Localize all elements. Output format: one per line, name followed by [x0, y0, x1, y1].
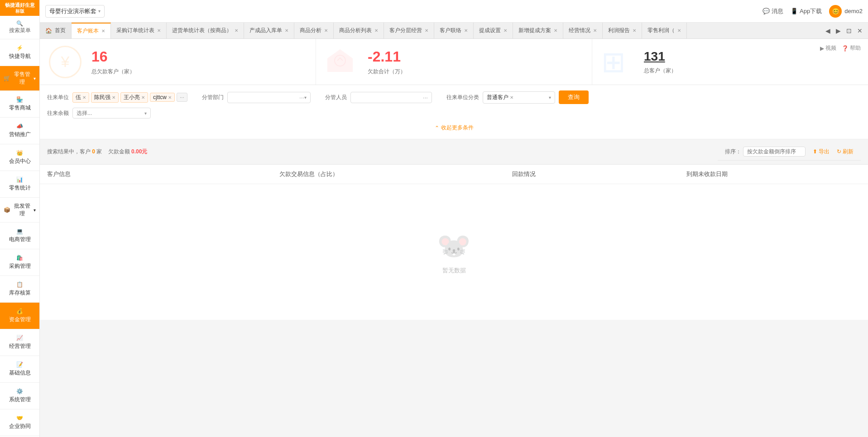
collapse-label: 收起更多条件 [441, 124, 474, 132]
basic-label: 基础信息 [9, 369, 31, 377]
unit-tags: 伍 ✕ 陈民强 ✕ 王小亮 ✕ cjttcw ✕ ··· [72, 92, 187, 103]
tab-instock-stats[interactable]: 进货单统计表（按商品） ✕ [167, 23, 244, 39]
unit-tag-3: cjttcw ✕ [150, 93, 175, 102]
balance-dropdown-icon[interactable]: ▾ [144, 111, 147, 116]
tabs-maximize-icon[interactable]: ⊡ [844, 26, 854, 35]
tab-product-instock-close[interactable]: ✕ [285, 28, 288, 33]
sidebar-item-purchase[interactable]: 🛍️ 采购管理 [0, 249, 39, 276]
enterprise-label: 企业协同 [9, 423, 31, 430]
person-more-icon[interactable]: ··· [423, 94, 428, 101]
unit-tag-0: 伍 ✕ [72, 92, 89, 103]
sidebar-item-inventory[interactable]: 📋 库存核算 [0, 276, 39, 303]
tab-customer-tier-close[interactable]: ✕ [425, 28, 428, 33]
tab-profit-report[interactable]: 利润报告 ✕ [603, 23, 642, 39]
sidebar-item-member[interactable]: 👑 会员中心 [0, 144, 39, 171]
sidebar-search[interactable]: 🔍 搜索菜单 [0, 16, 39, 39]
retail-stats-icon: 📊 [16, 176, 23, 183]
person-filter-label: 分管人员 [325, 94, 347, 101]
tab-profit-report-close[interactable]: ✕ [633, 28, 636, 33]
sidebar-item-operation[interactable]: 📈 经营管理 [0, 329, 39, 356]
table-body: 🐭 暂无数据 [40, 184, 868, 320]
balance-input[interactable] [77, 110, 144, 116]
tab-improve-settings-close[interactable]: ✕ [504, 28, 507, 33]
sidebar-item-system[interactable]: ⚙️ 系统管理 [0, 383, 39, 409]
dept-more-icon[interactable]: ··· [299, 94, 304, 101]
tab-customer-tier[interactable]: 客户分层经营 ✕ [384, 23, 434, 39]
balance-input-wrap: ▾ [72, 108, 151, 119]
username-label: demo2 [844, 8, 863, 14]
account-selector[interactable]: 母婴行业演示帐套 ▾ [45, 5, 105, 18]
tab-profit-report-label: 利润报告 [608, 27, 630, 34]
collapse-button[interactable]: ⌃ 收起更多条件 [47, 122, 861, 133]
tab-operation-status-close[interactable]: ✕ [593, 28, 597, 33]
tabs-next-icon[interactable]: ▶ [834, 26, 843, 35]
tab-purchase-order-close[interactable]: ✕ [157, 28, 161, 33]
sidebar-item-wholesale[interactable]: 📦 批发管理 ▾ [0, 198, 39, 223]
tab-product-analysis-list-close[interactable]: ✕ [374, 28, 378, 33]
dept-dropdown-icon[interactable]: ▾ [304, 95, 307, 100]
refresh-icon: ↻ [837, 148, 841, 155]
video-label: 视频 [825, 44, 836, 52]
sidebar-item-retail[interactable]: 🛒 零售管理 ▾ [0, 66, 39, 91]
sort-select[interactable]: 按欠款金额倒序排序 [743, 147, 806, 157]
unit-tag-0-close[interactable]: ✕ [82, 95, 86, 100]
tabs-prev-icon[interactable]: ◀ [824, 26, 832, 35]
unit-tags-more[interactable]: ··· [177, 93, 187, 102]
sidebar-item-quicknav[interactable]: ⚡ 快捷导航 [0, 39, 39, 66]
unit-type-tag-close[interactable]: ✕ [510, 95, 513, 100]
query-button[interactable]: 查询 [559, 90, 589, 104]
tab-improve-settings[interactable]: 提成设置 ✕ [474, 23, 513, 39]
export-button[interactable]: ⬆ 导出 [813, 148, 830, 156]
tab-customer-contact[interactable]: 客户联络 ✕ [434, 23, 474, 39]
tab-customer-account[interactable]: 客户账本 ✕ [72, 23, 111, 39]
tab-product-analysis-list[interactable]: 商品分析列表 ✕ [334, 23, 384, 39]
message-button[interactable]: 💬 消息 [762, 7, 783, 15]
help-link[interactable]: ❓ 帮助 [842, 44, 861, 52]
stat1-label: 总欠款客户（家） [91, 68, 305, 76]
tab-retail-profit-close[interactable]: ✕ [677, 28, 681, 33]
tab-retail-profit[interactable]: 零售利润（ ✕ [642, 23, 687, 39]
user-menu[interactable]: 😊 demo2 [829, 5, 863, 18]
tab-product-analysis[interactable]: 商品分析 ✕ [294, 23, 334, 39]
tab-new-improve[interactable]: 新增提成方案 ✕ [513, 23, 563, 39]
main-area: 母婴行业演示帐套 ▾ 💬 消息 📱 App下载 😊 demo2 🏠 [40, 0, 868, 437]
sidebar-item-finance[interactable]: 💰 资金管理 [0, 303, 39, 329]
video-link[interactable]: ▶ 视频 [820, 44, 836, 52]
help-label: 帮助 [850, 44, 861, 52]
sidebar-item-retail-stats[interactable]: 📊 零售统计 [0, 171, 39, 198]
tab-operation-status[interactable]: 经营情况 ✕ [563, 23, 603, 39]
finance-label: 资金管理 [9, 316, 31, 323]
sidebar-item-ecommerce[interactable]: 💻 电商管理 [0, 223, 39, 249]
tab-product-instock[interactable]: 产成品入库单 ✕ [244, 23, 294, 39]
unit-tag-2-close[interactable]: ✕ [141, 95, 145, 100]
app-download-button[interactable]: 📱 App下载 [791, 7, 822, 15]
tab-product-analysis-close[interactable]: ✕ [324, 28, 328, 33]
unit-tag-3-close[interactable]: ✕ [168, 95, 172, 100]
table-wrap: 客户信息 欠款交易信息（占比） 回款情况 到期未收款日期 🐭 暂无数据 [40, 165, 868, 320]
sidebar-item-retail-mall[interactable]: 🏪 零售商城 [0, 91, 39, 118]
tab-instock-close[interactable]: ✕ [235, 28, 238, 33]
tab-purchase-order[interactable]: 采购订单统计表 ✕ [111, 23, 167, 39]
topbar-right: 💬 消息 📱 App下载 😊 demo2 [762, 5, 863, 18]
help-icon: ❓ [842, 45, 849, 52]
stat-total-debt: -2.11 欠款合计（万） [316, 39, 592, 85]
tab-retail-profit-label: 零售利润（ [647, 27, 675, 34]
sidebar-item-basic[interactable]: 📝 基础信息 [0, 356, 39, 383]
unit-type-dropdown-icon[interactable]: ▾ [549, 95, 551, 100]
tab-home[interactable]: 🏠 首页 [40, 23, 72, 39]
stat1-bg-icon: ¥ [49, 46, 82, 78]
member-label: 会员中心 [9, 157, 31, 165]
person-input[interactable] [355, 94, 423, 100]
tab-customer-account-close[interactable]: ✕ [101, 28, 105, 33]
dept-input[interactable] [231, 94, 299, 100]
refresh-button[interactable]: ↻ 刷新 [837, 148, 854, 156]
unit-tag-1-close[interactable]: ✕ [112, 95, 115, 100]
tab-customer-contact-close[interactable]: ✕ [464, 28, 468, 33]
purchase-label: 采购管理 [9, 262, 31, 270]
sidebar-item-enterprise[interactable]: 🤝 企业协同 [0, 409, 39, 436]
tab-new-improve-close[interactable]: ✕ [554, 28, 557, 33]
tabs-close-all-icon[interactable]: ✕ [855, 26, 864, 35]
sidebar-item-marketing[interactable]: 📣 营销推广 [0, 118, 39, 144]
retail-stats-label: 零售统计 [9, 184, 31, 192]
tab-product-analysis-list-label: 商品分析列表 [339, 27, 372, 34]
